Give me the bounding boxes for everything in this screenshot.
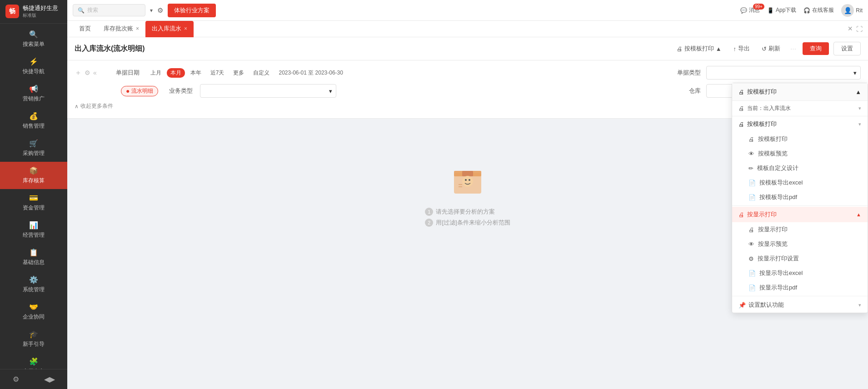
display-excel-icon: 📄 xyxy=(748,270,756,277)
topbar-search-icon: 🔍 xyxy=(78,7,85,14)
topbar-dropdown-chevron[interactable]: ▾ xyxy=(150,7,153,14)
shortcut-last-month[interactable]: 上月 xyxy=(147,68,165,78)
tab-inventory-flow-label: 出入库流水 xyxy=(152,25,181,33)
shortcut-7days[interactable]: 近7天 xyxy=(207,68,228,78)
display-print-item[interactable]: 🖨 按显示打印 xyxy=(732,222,868,237)
sidebar-bottom: ⚙ ◀▶ xyxy=(0,369,67,389)
marketing-icon: 📢 xyxy=(29,85,38,93)
query-btn[interactable]: 查询 xyxy=(803,42,829,55)
template-print-section-icon: 🖨 xyxy=(738,121,744,128)
chevron-dropdown-up: ▲ xyxy=(855,89,861,95)
date-shortcuts: 上月 本月 本年 近7天 更多 自定义 2023-06-01 至 2023-06… xyxy=(147,68,343,78)
export-btn[interactable]: ↑ 导出 xyxy=(730,43,754,55)
settings-btn[interactable]: 设置 xyxy=(833,42,861,55)
sidebar-item-app-center[interactable]: 🧩 应用中心 xyxy=(0,353,67,369)
printer-dropdown-icon: 🖨 xyxy=(738,89,744,95)
sales-icon: 💰 xyxy=(29,112,38,120)
topbar-search[interactable]: 🔍 搜索 xyxy=(73,4,145,16)
set-default-btn[interactable]: 📌 设置默认功能 xyxy=(738,301,784,309)
filter-biz-type-select[interactable]: ▾ xyxy=(200,84,336,98)
sidebar-item-tutorial[interactable]: 🎓 新手引导 xyxy=(0,325,67,353)
filter-row-date: ＋ ⚙ « 单据日期 上月 本月 本年 近7天 更多 自定义 2023-06-0… xyxy=(75,66,861,80)
sidebar-item-label: 搜索菜单 xyxy=(23,40,45,48)
template-print-chevron: ▾ xyxy=(858,121,861,127)
menu-toggle-btn[interactable]: ◀▶ xyxy=(44,375,55,384)
sidebar-item-enterprise[interactable]: 🤝 企业协同 xyxy=(0,298,67,325)
display-print-icon: 🖨 xyxy=(748,226,754,233)
inventory-icon: 📦 xyxy=(29,166,38,175)
sidebar-item-label: 系统管理 xyxy=(23,286,45,294)
template-print-section: 🖨 按模板打印 ▾ 🖨 按模板打印 👁 按模板预览 ✏ 模板自定义设计 xyxy=(732,116,868,204)
display-print-settings-item[interactable]: ⚙ 按显示打印设置 xyxy=(732,251,868,266)
filter-date-label: 单据日期 xyxy=(108,69,140,77)
search-nav-icon: 🔍 xyxy=(29,30,38,39)
page-title: 出入库流水(流水明细) xyxy=(75,44,145,54)
shortcut-custom[interactable]: 自定义 xyxy=(249,68,273,78)
sidebar-item-sales[interactable]: 💰 销售管理 xyxy=(0,107,67,135)
sidebar-item-basic[interactable]: 📋 基础信息 xyxy=(0,244,67,271)
industry-btn[interactable]: 体验行业方案 xyxy=(168,4,216,17)
page-header: 出入库流水(流水明细) 🖨 按模板打印 ▲ ↑ 导出 ↺ 刷新 ⋯ 查询 设置 xyxy=(67,37,868,60)
settings-bottom-btn[interactable]: ⚙ xyxy=(13,375,19,384)
topbar-gear-icon[interactable]: ⚙ xyxy=(157,6,163,15)
filter-active-tag[interactable]: ● 流水明细 xyxy=(121,86,158,96)
sidebar-item-marketing[interactable]: 📢 营销推广 xyxy=(0,80,67,107)
topbar-search-placeholder: 搜索 xyxy=(87,6,98,14)
empty-illustration xyxy=(445,155,490,200)
system-icon: ⚙️ xyxy=(29,275,38,284)
template-print-section-label: 按模板打印 xyxy=(747,120,777,128)
display-excel-item[interactable]: 📄 按显示导出excel xyxy=(732,266,868,280)
user-avatar-btn[interactable]: 👤 Rit xyxy=(841,4,863,17)
collapse-up-icon: ∧ xyxy=(75,103,79,110)
sidebar-item-search[interactable]: 🔍 搜索菜单 xyxy=(0,25,67,53)
shortcut-more[interactable]: 更多 xyxy=(229,68,248,78)
operations-icon: 📊 xyxy=(29,221,38,229)
tab-home[interactable]: 首页 xyxy=(73,21,97,37)
filter-collapse-icon[interactable]: « xyxy=(93,69,97,76)
shortcut-this-month[interactable]: 本月 xyxy=(167,68,185,78)
filter-type-select[interactable]: ▾ xyxy=(706,66,861,80)
message-btn[interactable]: 💬 消息 99+ xyxy=(740,6,760,14)
display-preview-item[interactable]: 👁 按显示预览 xyxy=(732,237,868,251)
sidebar-item-operations[interactable]: 📊 经营管理 xyxy=(0,216,67,244)
tab-inventory-flow[interactable]: 出入库流水 × xyxy=(145,21,194,37)
shortcut-this-year[interactable]: 本年 xyxy=(187,68,205,78)
dropdown-footer: 📌 设置默认功能 ▾ xyxy=(732,297,868,313)
dropdown-footer-divider xyxy=(732,296,868,296)
step2-num: 2 xyxy=(425,219,433,227)
template-print-section-header[interactable]: 🖨 按模板打印 ▾ xyxy=(732,116,868,132)
template-pdf-item[interactable]: 📄 按模板导出pdf xyxy=(732,190,868,204)
tutorial-icon: 🎓 xyxy=(29,330,38,339)
refresh-btn[interactable]: ↺ 刷新 xyxy=(758,43,784,55)
window-close-btn[interactable]: × xyxy=(848,24,853,34)
filter-add-btn[interactable]: ＋ xyxy=(75,68,82,78)
template-preview-item[interactable]: 👁 按模板预览 xyxy=(732,146,868,161)
refresh-icon: ↺ xyxy=(762,45,767,52)
template-custom-item[interactable]: ✏ 模板自定义设计 xyxy=(732,161,868,175)
quick-nav-icon: ⚡ xyxy=(29,57,38,66)
sidebar-item-quick-nav[interactable]: ⚡ 快捷导航 xyxy=(0,53,67,80)
template-excel-item[interactable]: 📄 按模板导出excel xyxy=(732,175,868,190)
sidebar-item-label: 营销推广 xyxy=(23,95,45,103)
export-icon: ↑ xyxy=(733,45,737,52)
sidebar-item-finance[interactable]: 💳 资金管理 xyxy=(0,189,67,216)
app-center-icon: 🧩 xyxy=(29,357,38,366)
app-download-btn[interactable]: 📱 App下载 xyxy=(767,6,796,14)
display-print-section-header[interactable]: 🖨 按显示打印 ▲ xyxy=(732,207,868,222)
empty-step-2: 2 用[过滤]条件来缩小分析范围 xyxy=(425,219,510,227)
print-template-btn[interactable]: 🖨 按模板打印 ▲ xyxy=(673,43,725,55)
tab-inventory-flow-close[interactable]: × xyxy=(184,25,187,32)
sidebar-item-system[interactable]: ⚙️ 系统管理 xyxy=(0,271,67,298)
online-service-btn[interactable]: 🎧 在线客服 xyxy=(803,6,834,14)
sidebar-item-label: 资金管理 xyxy=(23,204,45,212)
sidebar-item-inventory[interactable]: 📦 库存核算 xyxy=(0,162,67,189)
sidebar-item-purchase[interactable]: 🛒 采购管理 xyxy=(0,135,67,162)
filter-config-icon[interactable]: ⚙ xyxy=(85,69,90,76)
sidebar-item-label: 经营管理 xyxy=(23,231,45,239)
tab-batch-account[interactable]: 库存批次账 × xyxy=(97,21,145,37)
window-maximize-btn[interactable]: ⛶ xyxy=(856,25,863,33)
template-print-item-icon: 🖨 xyxy=(748,136,754,143)
tab-batch-account-close[interactable]: × xyxy=(136,25,139,32)
template-print-item[interactable]: 🖨 按模板打印 xyxy=(732,132,868,146)
display-pdf-item[interactable]: 📄 按显示导出pdf xyxy=(732,280,868,295)
